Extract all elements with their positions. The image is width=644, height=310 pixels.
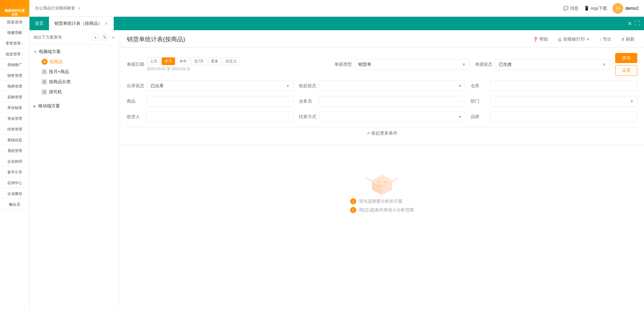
sidebar-item-procurement[interactable]: 采购管理 — [0, 91, 29, 102]
sidebar-item-basics[interactable]: 基础信息 — [0, 134, 29, 145]
doc-status-value: 已生效 — [499, 61, 601, 67]
app-download-btn[interactable]: 📱 App下载 — [584, 5, 607, 11]
brand-control[interactable]: ··· — [490, 111, 637, 122]
collapse-conditions-btn[interactable]: ∧ 收起更多条件 — [127, 127, 637, 139]
message-btn[interactable]: 💬 消息 — [563, 5, 579, 11]
sidebar-item-app-center[interactable]: 应用中心 — [0, 177, 29, 188]
settings-button[interactable]: 设置 — [615, 65, 637, 76]
tree-child-by-scanner[interactable]: 扫 按司机 — [30, 87, 120, 97]
quick-btn-this-year[interactable]: 本年 — [176, 57, 190, 65]
tree-child-by-month-product[interactable]: 月 按月+商品 — [30, 67, 120, 77]
refresh-icon: ↺ — [621, 37, 625, 42]
collapse-conditions-label: ∧ 收起更多条件 — [367, 130, 398, 136]
sidebar-item-operations[interactable]: 经营管理 — [0, 123, 29, 134]
by-category-label: 按商品分类 — [49, 79, 71, 85]
sidebar-item-marketing[interactable]: 营销推广 — [0, 59, 29, 69]
tab-active-label: 销货单统计表（按商品） — [54, 20, 102, 27]
breadcrumb-text[interactable]: 办公用品行业模拟账套 — [35, 5, 75, 11]
procurement-label: 采购管理 — [7, 95, 22, 100]
sidebar-item-wholesale[interactable]: 批发管理 ▲ — [0, 48, 29, 59]
refresh-btn[interactable]: ↺ 刷新 — [618, 35, 637, 44]
query-button[interactable]: 查询 — [615, 53, 637, 63]
doc-status-control[interactable]: 已生效 ▼ — [495, 59, 610, 70]
print-dropdown-arrow[interactable]: ▼ — [586, 37, 590, 41]
tab-home[interactable]: 首页 — [30, 17, 49, 30]
sidebar-group-ecommerce: 电商管理 — [0, 81, 29, 91]
tree-parent-mobile[interactable]: ▶ 移动端方案 — [30, 101, 120, 111]
wholesale-label: 批发管理 — [6, 52, 20, 57]
quick-btn-more[interactable]: 更多 — [208, 57, 221, 65]
quick-btn-custom[interactable]: 自定义 — [223, 57, 240, 65]
help-btn[interactable]: ❓ 帮助 — [530, 35, 551, 44]
doc-type-field: 单据类型 销货单 ▼ — [334, 59, 469, 70]
by-scanner-icon: 扫 — [42, 89, 47, 95]
sidebar-item-ecommerce[interactable]: 电商管理 — [0, 81, 29, 91]
employee-control[interactable]: ··· — [318, 96, 466, 107]
sidebar-item-wechat[interactable]: 企业微信 — [0, 188, 29, 198]
warehouse-control[interactable]: ··· — [490, 81, 637, 91]
quick-nav[interactable]: 快捷导航 — [0, 28, 29, 38]
quick-btn-this-month[interactable]: 本月 — [162, 57, 175, 65]
product-control[interactable]: ··· — [146, 96, 293, 107]
recipient-label: 收货人 — [127, 114, 144, 120]
query-form: 单据日期 上月 本月 本年 近7天 更多 自定义 2023-03-01 至 20… — [120, 48, 644, 144]
settlement-label: 结算方式 — [299, 114, 316, 120]
form-row-2: 出库状态 已出库 ▼ 收款状态 ▼ 仓库 — [127, 81, 637, 91]
sidebar-item-member[interactable]: 畅会员 — [0, 199, 29, 209]
department-control[interactable]: ▼ — [490, 96, 637, 107]
header-actions: 💬 消息 📱 App下载 Ea demo2 — [563, 3, 639, 14]
user-avatar-btn[interactable]: Ea demo2 — [612, 3, 639, 14]
edit-scheme-btn[interactable]: ✎ — [101, 34, 108, 41]
tree-parent-pc[interactable]: ▼ 电脑端方案 — [30, 47, 120, 57]
product-dots[interactable]: ··· — [286, 99, 290, 104]
quick-btn-7days[interactable]: 近7天 — [191, 57, 207, 65]
tip-text-2: 用[过滤]条件来缩小分析范围 — [359, 207, 414, 213]
settlement-control[interactable]: ▼ — [319, 111, 466, 122]
sidebar-item-retail[interactable]: 零售管理 ▲ — [0, 38, 29, 48]
form-actions: 查询 设置 — [615, 53, 637, 76]
empty-tip-1: 1 请先选择要分析的方案 — [350, 198, 414, 204]
message-label: 消息 — [570, 5, 579, 11]
collapse-panel-btn[interactable]: « — [110, 34, 116, 41]
recipient-dots[interactable]: ··· — [286, 114, 290, 119]
sales-label: 销售管理 — [7, 73, 22, 78]
sidebar-group-wholesale: 批发管理 ▲ — [0, 48, 29, 59]
warehouse-dots[interactable]: ··· — [630, 83, 634, 89]
sidebar-item-inventory[interactable]: 库存核算 — [0, 102, 29, 112]
payment-status-control[interactable]: ▼ — [319, 81, 466, 91]
export-label: 导出 — [603, 36, 611, 42]
department-label: 部门 — [471, 98, 487, 104]
tab-expand-icon[interactable]: ⛶ — [635, 20, 640, 27]
tab-close-button[interactable]: × — [104, 21, 108, 26]
tab-close-icon[interactable]: ✕ — [628, 20, 632, 27]
sidebar-item-guide[interactable]: 新手引导 — [0, 166, 29, 177]
by-month-product-label: 按月+商品 — [49, 69, 69, 75]
breadcrumb-arrow[interactable]: ▼ — [77, 6, 81, 11]
sidebar-item-finance[interactable]: 资金管理 — [0, 113, 29, 123]
search-menu[interactable]: 搜索菜单 — [0, 17, 29, 28]
date-field-container: 上月 本月 本年 近7天 更多 自定义 2023-03-01 至 2023-03… — [147, 57, 329, 71]
print-btn[interactable]: 🖨 按模板打印 ▼ — [555, 35, 593, 44]
breadcrumb: 办公用品行业模拟账套 ▼ — [35, 5, 559, 11]
sidebar-item-enterprise[interactable]: 企业协同 — [0, 156, 29, 166]
sidebar-item-sales[interactable]: 销售管理 — [0, 70, 29, 80]
sidebar-group-system: 系统管理 — [0, 145, 29, 156]
logo-text: 畅捷信好生意 — [5, 9, 25, 13]
add-scheme-btn[interactable]: + — [92, 34, 99, 41]
tab-active[interactable]: 销货单统计表（按商品） × — [49, 17, 114, 30]
employee-dots[interactable]: ··· — [458, 99, 462, 104]
tree-child-by-category[interactable]: 回 按商品分类 — [30, 77, 120, 87]
payment-status-label: 收款状态 — [299, 83, 316, 89]
doc-type-label: 单据类型 — [334, 61, 352, 67]
export-btn[interactable]: ↑ 导出 — [597, 35, 614, 44]
quick-btn-last-month[interactable]: 上月 — [147, 57, 160, 65]
user-name: demo2 — [625, 6, 639, 11]
tree-child-by-product[interactable]: 按 按商品 — [30, 57, 120, 67]
out-status-control[interactable]: 已出库 ▼ — [147, 81, 293, 91]
recipient-control[interactable]: ··· — [146, 111, 293, 122]
sidebar-item-system[interactable]: 系统管理 — [0, 145, 29, 155]
doc-type-control[interactable]: 销货单 ▼ — [355, 59, 469, 70]
out-status-value: 已出库 — [151, 83, 285, 89]
department-arrow: ▼ — [630, 99, 634, 103]
brand-dots[interactable]: ··· — [630, 114, 634, 119]
